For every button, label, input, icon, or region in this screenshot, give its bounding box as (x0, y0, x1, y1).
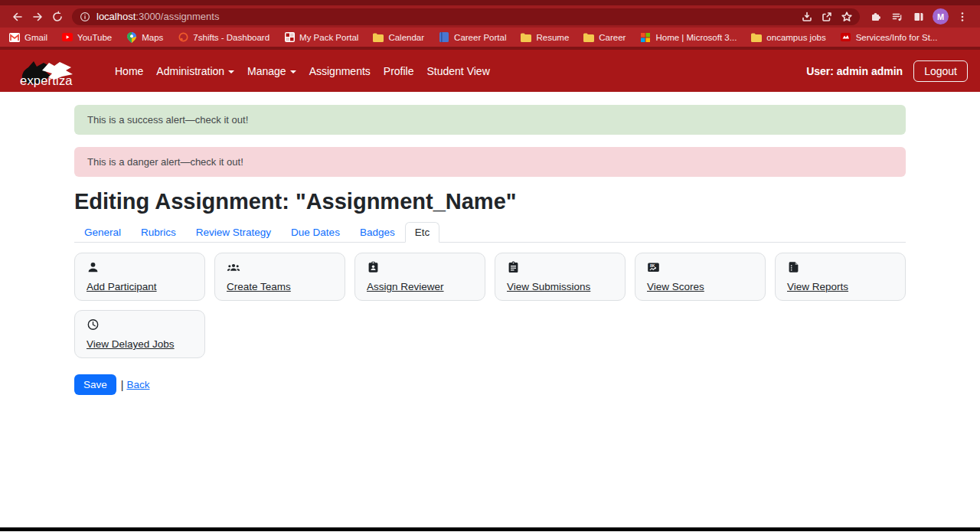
nav-item-manage[interactable]: Manage (247, 65, 296, 77)
reload-icon[interactable] (47, 8, 67, 26)
bookmark-star-icon[interactable] (837, 8, 857, 26)
groups-icon (227, 261, 333, 276)
nav-item-assignments[interactable]: Assignments (309, 65, 371, 77)
profile-avatar[interactable]: M (933, 8, 949, 24)
bookmarks-bar: Gmail YouTube Maps 7shifts - Dashboard M… (0, 28, 980, 47)
card-link[interactable]: View Reports (787, 281, 893, 292)
card-link[interactable]: Assign Reviewer (367, 281, 473, 292)
add-participant-card[interactable]: Add Participant (74, 253, 205, 301)
bookmark-oncampus-jobs[interactable]: oncampus jobs (751, 32, 825, 43)
person-icon (87, 261, 193, 276)
side-panel-icon[interactable] (909, 8, 929, 26)
download-page-icon[interactable] (797, 8, 817, 26)
view-reports-card[interactable]: View Reports (775, 253, 906, 301)
view-scores-card[interactable]: 8K View Scores (635, 253, 766, 301)
folder-icon (583, 32, 594, 43)
page-title: Editing Assignment: "Assignment_Name" (74, 189, 906, 214)
red-badge-icon (841, 32, 851, 43)
toolbar-right-icons: M (866, 8, 972, 26)
tab-badges[interactable]: Badges (350, 222, 405, 243)
bookmark-career[interactable]: Career (583, 32, 626, 43)
bookmark-gmail[interactable]: Gmail (9, 32, 47, 43)
folder-icon (751, 32, 762, 43)
nav-item-student-view[interactable]: Student View (427, 65, 490, 77)
address-bar[interactable]: localhost:3000/assignments (72, 8, 860, 25)
nav-item-profile[interactable]: Profile (384, 65, 414, 77)
menu-dots-icon[interactable] (952, 8, 972, 26)
nav-menu: Home Administration Manage Assignments P… (115, 65, 490, 77)
browser-toolbar: localhost:3000/assignments M (0, 5, 980, 28)
bookmark-microsoft-home[interactable]: Home | Microsoft 3... (640, 32, 737, 43)
window-top-strip (0, 0, 980, 5)
app-navbar: expertiza Home Administration Manage Ass… (0, 50, 980, 92)
bookmark-maps[interactable]: Maps (126, 32, 163, 43)
main-content: This is a success alert—check it out! Th… (74, 105, 906, 395)
form-actions: Save | Back (74, 374, 906, 395)
url-host: localhost (96, 11, 136, 22)
assign-reviewer-card[interactable]: Assign Reviewer (354, 253, 485, 301)
bookmark-youtube[interactable]: YouTube (62, 32, 112, 43)
tab-due-dates[interactable]: Due Dates (281, 222, 350, 243)
microsoft-icon (640, 32, 651, 43)
chevron-down-icon (228, 70, 234, 73)
tab-rubrics[interactable]: Rubrics (131, 222, 186, 243)
create-teams-card[interactable]: Create Teams (214, 253, 345, 301)
extensions-icon[interactable] (866, 8, 886, 26)
blue-book-icon (439, 32, 449, 43)
card-link[interactable]: View Submissions (507, 281, 613, 292)
clipboard-icon (507, 261, 613, 276)
etc-actions-grid: Add Participant Create Teams Assign Revi… (74, 253, 906, 358)
bottom-black-bar (0, 527, 980, 531)
mypack-grid-icon (284, 32, 295, 43)
back-icon[interactable] (8, 8, 28, 26)
expertiza-logo[interactable]: expertiza (12, 52, 83, 90)
bookmark-services-info[interactable]: Services/Info for St... (841, 32, 938, 43)
back-link[interactable]: Back (126, 379, 149, 390)
badge-icon (367, 261, 473, 276)
nav-item-administration[interactable]: Administration (156, 65, 234, 77)
url-path: :3000/assignments (136, 11, 219, 22)
danger-alert: This is a danger alert—check it out! (74, 147, 906, 177)
card-link[interactable]: View Delayed Jobs (87, 338, 193, 350)
site-info-icon[interactable] (80, 11, 90, 22)
user-label: User: admin admin (806, 65, 903, 77)
assignment-tabs: General Rubrics Review Strategy Due Date… (74, 222, 906, 243)
save-button[interactable]: Save (74, 374, 116, 395)
bookmark-resume[interactable]: Resume (521, 32, 569, 43)
folder-icon (373, 32, 384, 43)
brand-name: expertiza (20, 73, 73, 88)
clock-icon (87, 318, 193, 334)
report-icon (787, 261, 893, 276)
card-link[interactable]: Add Participant (87, 281, 193, 292)
scoreboard-icon: 8K (647, 261, 753, 276)
gmail-icon (9, 32, 20, 43)
navbar-right: User: admin admin Logout (806, 60, 968, 82)
nav-item-home[interactable]: Home (115, 65, 143, 77)
share-icon[interactable] (817, 8, 837, 26)
svg-text:8K: 8K (650, 263, 655, 268)
youtube-icon (62, 32, 73, 43)
card-link[interactable]: Create Teams (227, 281, 333, 292)
forward-icon[interactable] (28, 8, 47, 26)
bookmark-mypack[interactable]: My Pack Portal (284, 32, 358, 43)
seven-shifts-icon (178, 32, 188, 43)
tab-general[interactable]: General (74, 222, 131, 243)
bookmark-calendar[interactable]: Calendar (373, 32, 424, 43)
maps-pin-icon (126, 32, 137, 43)
logout-button[interactable]: Logout (913, 60, 968, 82)
separator: | (121, 379, 124, 391)
browser-window: localhost:3000/assignments M (0, 0, 980, 532)
chevron-down-icon (290, 70, 296, 73)
card-link[interactable]: View Scores (647, 281, 753, 292)
bookmark-7shifts[interactable]: 7shifts - Dashboard (178, 32, 270, 43)
url-text: localhost:3000/assignments (96, 11, 797, 22)
bookmark-career-portal[interactable]: Career Portal (439, 32, 506, 43)
view-delayed-jobs-card[interactable]: View Delayed Jobs (74, 310, 205, 358)
folder-icon (521, 32, 531, 43)
tab-etc[interactable]: Etc (405, 222, 440, 243)
view-submissions-card[interactable]: View Submissions (495, 253, 626, 301)
playlist-icon[interactable] (887, 8, 907, 26)
success-alert: This is a success alert—check it out! (74, 105, 906, 135)
tab-review-strategy[interactable]: Review Strategy (186, 222, 281, 243)
